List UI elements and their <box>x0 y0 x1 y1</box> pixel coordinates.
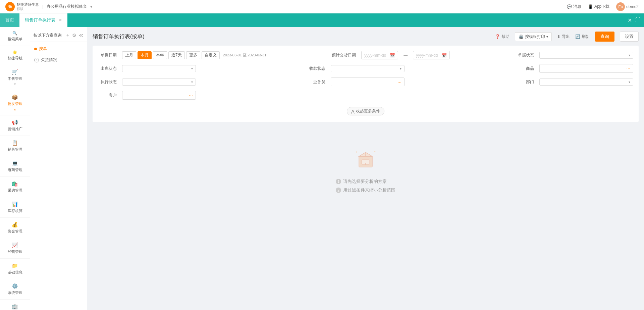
download-icon: 📱 <box>588 4 593 9</box>
app-download-btn[interactable]: 📱 App下载 <box>588 4 609 9</box>
customer-dots[interactable]: ··· <box>189 93 193 98</box>
tab-close-icon[interactable]: ✕ <box>59 18 62 22</box>
settings-btn[interactable]: 设置 <box>620 32 639 42</box>
collect-status-select[interactable]: ▾ <box>331 65 405 72</box>
avatar: Ea <box>616 2 625 11</box>
message-icon: 💬 <box>567 4 572 9</box>
sidebar-item-retail[interactable]: 🛒 零售管理 ▾ <box>0 65 30 90</box>
user-area[interactable]: Ea demo2 <box>616 2 639 11</box>
maximize-window-btn[interactable]: ⛶ <box>635 17 641 23</box>
svg-text:✦: ✦ <box>356 151 358 154</box>
tab-home[interactable]: 首页 <box>0 13 19 27</box>
date-btn-this-month[interactable]: 本月 <box>138 51 152 59</box>
help-icon: ❓ <box>495 34 500 39</box>
industry-title: 办公用品行业模拟账套 <box>47 4 87 9</box>
collapse-panel-icon[interactable]: ≪ <box>78 33 84 38</box>
purchase-icon: 🛍️ <box>12 181 18 187</box>
query-btn[interactable]: 查询 <box>595 32 614 42</box>
sidebar-item-system[interactable]: ⚙️ 系统管理 <box>0 279 30 300</box>
sidebar-item-quicknav[interactable]: ⭐ 快捷导航 <box>0 46 30 65</box>
refresh-icon: 🔄 <box>575 34 580 39</box>
sidebar-item-wholesale[interactable]: 📦 批发管理 ▴ <box>0 90 30 115</box>
message-btn[interactable]: 💬 消息 <box>567 4 581 9</box>
operations-icon: 📈 <box>12 242 18 248</box>
collapse-icon: ⋀ <box>351 109 355 114</box>
close-window-btn[interactable]: ✕ <box>628 17 632 23</box>
page-header: 销售订单执行表(按单) ❓ 帮助 🖨️ 按模板打印 ▾ ⬇ 导出 <box>93 32 639 42</box>
tab-sales-order-exec[interactable]: 销售订单执行表 ✕ <box>19 13 67 27</box>
sidebar-item-sales[interactable]: 📋 销售管理 <box>0 136 30 156</box>
expected-date-start[interactable]: yyyy-mm-dd 📅 <box>361 51 398 59</box>
goods-dots[interactable]: ··· <box>626 66 630 71</box>
finance-icon: 💰 <box>12 222 18 228</box>
scheme-header-icons: ＋ ⚙ ≪ <box>65 32 84 38</box>
empty-tips: 1 请先选择要分析的方案 2 用过滤条件来缩小分析范围 <box>336 178 395 193</box>
print-btn[interactable]: 🖨️ 按模板打印 ▾ <box>515 32 552 41</box>
sidebar-item-finance[interactable]: 💰 资金管理 <box>0 218 30 238</box>
expand-arrow: ▾ <box>14 82 16 86</box>
sales-icon: 📋 <box>12 140 18 146</box>
print-expand-icon: ▾ <box>546 35 548 39</box>
sidebar-item-ecommerce[interactable]: 💻 电商管理 <box>0 156 30 177</box>
expected-date-label: 预计交货日期 <box>332 52 356 58</box>
tip-num-1: 1 <box>336 179 341 184</box>
doc-status-select[interactable]: ▾ <box>539 52 633 59</box>
export-btn[interactable]: ⬇ 导出 <box>557 34 570 40</box>
date-btn-last-month[interactable]: 上月 <box>122 51 136 59</box>
sidebar-item-search[interactable]: 🔍 搜索菜单 <box>0 27 30 46</box>
logo-icon: 畅 <box>5 2 15 11</box>
customer-label: 客户 <box>98 93 117 98</box>
collapse-btn[interactable]: ⋀ 收起更多条件 <box>347 107 384 115</box>
empty-icon: ✦ ✦ ✦ <box>352 146 379 173</box>
help-btn[interactable]: ❓ 帮助 <box>495 34 509 40</box>
enterprise-icon: 🏢 <box>12 304 18 310</box>
goods-select[interactable]: ··· <box>539 64 633 73</box>
sidebar-item-purchase[interactable]: 🛍️ 采购管理 <box>0 177 30 197</box>
retail-icon: 🛒 <box>12 69 18 75</box>
layout: 🔍 搜索菜单 ⭐ 快捷导航 🛒 零售管理 ▾ 📦 批发管理 ▴ 📢 营销推广 📋… <box>0 27 644 310</box>
out-status-select[interactable]: ▾ <box>122 65 196 72</box>
calendar-end-icon: 📅 <box>441 53 447 58</box>
nav-tabs: 首页 销售订单执行表 ✕ ✕ ⛶ <box>0 13 644 27</box>
date-btn-custom[interactable]: 自定义 <box>202 51 220 59</box>
scheme-item-按单[interactable]: 按单 <box>30 43 87 54</box>
sidebar-item-enterprise[interactable]: 🏢 企业协同 <box>0 300 30 310</box>
date-btn-more[interactable]: 更多 <box>186 51 200 59</box>
sidebar-item-marketing[interactable]: 📢 营销推广 <box>0 115 30 136</box>
expand-icon[interactable]: ▾ <box>90 4 92 9</box>
marketing-icon: 📢 <box>12 119 18 125</box>
out-status-label: 出库状态 <box>98 66 117 71</box>
empty-tip-1: 1 请先选择要分析的方案 <box>336 178 395 185</box>
collect-status-label: 收款状态 <box>307 66 325 71</box>
out-status-arrow: ▾ <box>191 67 193 70</box>
exec-status-arrow: ▾ <box>191 80 193 84</box>
add-scheme-icon[interactable]: ＋ <box>65 32 70 38</box>
tip-num-2: 2 <box>336 188 341 193</box>
filter-row-2: 出库状态 ▾ 收款状态 ▾ 商品 ··· <box>98 64 633 73</box>
quicknav-icon: ⭐ <box>12 50 17 55</box>
dept-arrow: ▾ <box>629 80 630 84</box>
doc-status-arrow: ▾ <box>629 53 630 57</box>
date-quick-btns: 上月 本月 本年 近7天 更多 自定义 2023-03-01 至 2023-03… <box>122 51 266 59</box>
ecommerce-icon: 💻 <box>12 160 18 166</box>
svg-text:✦: ✦ <box>374 151 376 153</box>
empty-tip-2: 2 用过滤条件来缩小分析范围 <box>336 187 395 193</box>
date-btn-7days[interactable]: 近7天 <box>168 51 185 59</box>
expected-date-end[interactable]: yyyy-mm-dd 📅 <box>413 51 450 59</box>
expand-arrow2: ▴ <box>14 107 16 111</box>
sidebar-item-operations[interactable]: 📈 经营管理 <box>0 238 30 259</box>
sidebar-item-inventory[interactable]: 📊 库存核算 <box>0 197 30 218</box>
settings-scheme-icon[interactable]: ⚙ <box>72 33 76 38</box>
date-btn-this-year[interactable]: 本年 <box>153 51 167 59</box>
customer-select[interactable]: ··· <box>122 91 196 100</box>
dept-select[interactable]: ▾ <box>539 79 633 86</box>
inventory-icon: 📊 <box>12 201 18 207</box>
content-area: 按以下方案查询 ＋ ⚙ ≪ 按单 ○ 欠货情况 销售订单执行表(按单) <box>30 27 644 310</box>
nav-tabs-right: ✕ ⛶ <box>628 17 644 23</box>
exec-status-select[interactable]: ▾ <box>122 79 196 86</box>
salesperson-dots[interactable]: ··· <box>397 79 401 85</box>
scheme-item-欠货情况[interactable]: ○ 欠货情况 <box>30 54 87 65</box>
sidebar-item-basicinfo[interactable]: 📁 基础信息 <box>0 259 30 279</box>
salesperson-select[interactable]: ··· <box>331 78 405 86</box>
refresh-btn[interactable]: 🔄 刷新 <box>575 34 590 40</box>
